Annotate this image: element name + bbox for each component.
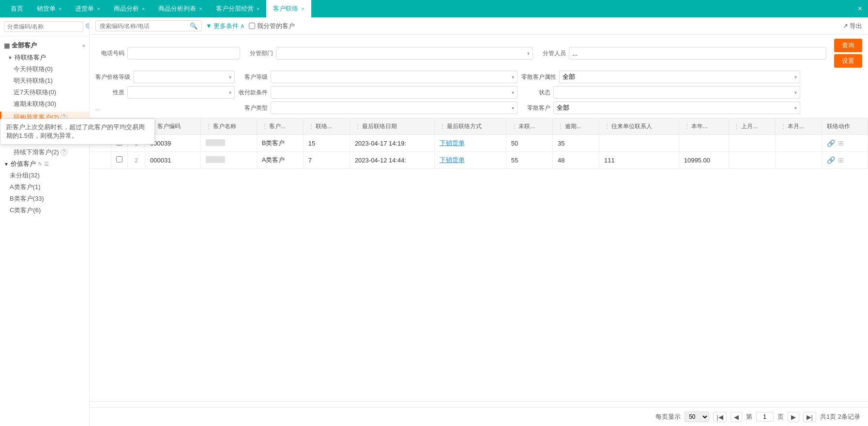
gender-select[interactable]: ▾ <box>127 86 235 99</box>
dept-select[interactable]: ▾ <box>276 47 533 59</box>
retail-attr-chevron-icon: ▾ <box>794 74 797 80</box>
content-area: 🔍 ▼ 更多条件 ∧ 我分管的客户 ↗ 导出 电话号码 <box>90 17 868 426</box>
sidebar-unclassified[interactable]: 未分组(32) <box>0 170 89 181</box>
gender-field: 性质 ▾ <box>95 86 235 99</box>
row2-num: 2 <box>128 152 145 169</box>
row2-this-year: 10995.00 <box>679 152 729 169</box>
horizontal-scrollbar[interactable] <box>90 401 868 407</box>
wait-contact-header[interactable]: ▼ 待联络客户 <box>0 52 89 63</box>
col-contact[interactable]: 联络... <box>303 118 350 135</box>
nav-sales-close[interactable]: × <box>59 6 61 12</box>
page-first-btn[interactable]: |◀ <box>713 412 726 422</box>
page-next-btn[interactable]: ▶ <box>788 412 799 422</box>
col-not-contact[interactable]: 未联... <box>506 118 552 135</box>
row1-more-icon[interactable]: ⊞ <box>838 139 844 147</box>
sidebar-tomorrow-contact[interactable]: 明天待联络(1) <box>0 75 89 87</box>
nav-analysis[interactable]: 商品分析 × <box>107 0 152 17</box>
status-select[interactable]: ▾ <box>553 86 800 99</box>
page-prev-btn[interactable]: ◀ <box>731 412 742 422</box>
row2-type: A类客户 <box>257 152 303 169</box>
page-number-input[interactable] <box>756 412 774 422</box>
sidebar-class-c[interactable]: C类客户(6) <box>0 205 89 216</box>
settings-button[interactable]: 设置 <box>834 54 862 68</box>
export-btn[interactable]: ↗ 导出 <box>843 22 862 30</box>
sidebar-declining[interactable]: 持续下滑客户(2) ? <box>0 147 89 158</box>
my-customer-checkbox[interactable] <box>249 23 255 29</box>
nav-analysis-close[interactable]: × <box>142 6 145 12</box>
col-unit-contact[interactable]: 往来单位联系人 <box>599 118 679 135</box>
more-conditions-btn[interactable]: ▼ 更多条件 ∧ <box>206 22 245 30</box>
table-row: 1 000039 B类客户 15 <box>90 135 868 152</box>
row1-link-icon[interactable]: 🔗 <box>827 139 835 147</box>
value-customer-header[interactable]: ▼ 价值客户 ✎ ☰ <box>0 158 89 170</box>
row2-settings <box>90 152 111 169</box>
nav-customer-contact[interactable]: 客户联络 × <box>266 0 311 17</box>
filter-bar: 🔍 ▼ 更多条件 ∧ 我分管的客户 ↗ 导出 <box>90 17 868 35</box>
filter-row-1: 电话号码 分管部门 ▾ 分管人员 ... 查询 设置 <box>95 39 862 68</box>
nav-customer-contact-close[interactable]: × <box>301 6 304 12</box>
nav-customer-tier[interactable]: 客户分层经营 × <box>209 0 266 17</box>
row1-last-contact-method: 下销货单 <box>434 135 506 152</box>
customer-type-select[interactable]: ▾ <box>271 102 518 114</box>
price-level-select[interactable]: ▾ <box>133 71 235 83</box>
more-dots[interactable]: ... <box>95 104 101 112</box>
pay-term-select[interactable]: ▾ <box>271 86 518 99</box>
tree-root-all-customers[interactable]: ▦ 全部客户 « <box>0 39 89 52</box>
row2-unit-contact: 111 <box>599 152 679 169</box>
col-last-month[interactable]: 上月... <box>729 118 775 135</box>
sidebar-overdue-contact[interactable]: 逾期未联络(30) <box>0 98 89 110</box>
sidebar-7days-contact[interactable]: 近7天待联络(0) <box>0 87 89 98</box>
value-customer-config-icon[interactable]: ☰ <box>44 161 49 167</box>
col-last-contact-date[interactable]: 最后联络日期 <box>350 118 434 135</box>
nav-sales[interactable]: 销货单 × <box>30 0 68 17</box>
nav-customer-tier-close[interactable]: × <box>257 6 259 12</box>
person-select[interactable]: ... <box>569 47 826 59</box>
col-type[interactable]: 客户... <box>257 118 303 135</box>
col-name[interactable]: 客户名称 <box>201 118 257 135</box>
declining-info-icon[interactable]: ? <box>61 149 67 156</box>
filter-search-icon[interactable]: 🔍 <box>190 22 198 29</box>
row2-link-icon[interactable]: 🔗 <box>827 156 835 164</box>
customer-level-select[interactable]: ▾ <box>271 71 518 83</box>
price-level-field: 客户价格等级 ▾ <box>95 71 235 83</box>
close-all-tabs[interactable]: × <box>858 4 862 13</box>
row2-contact-method-link[interactable]: 下销货单 <box>440 156 465 163</box>
person-field: 分管人员 ... <box>537 47 826 59</box>
phone-field: 电话号码 <box>95 47 240 59</box>
nav-purchase-close[interactable]: × <box>97 6 100 12</box>
col-this-year[interactable]: 本年... <box>679 118 729 135</box>
sidebar-search-input[interactable] <box>4 21 83 32</box>
row2-select-checkbox[interactable] <box>116 156 122 162</box>
query-button[interactable]: 查询 <box>834 39 862 52</box>
row2-not-contact: 55 <box>506 152 552 169</box>
nav-purchase[interactable]: 进货单 × <box>68 0 107 17</box>
export-icon: ↗ <box>843 22 848 29</box>
collapse-sidebar-btn[interactable]: « <box>82 43 85 48</box>
per-page-select[interactable]: 50 100 200 <box>685 411 709 422</box>
filter-row-3: 性质 ▾ 收付款条件 ▾ 状态 ▾ <box>95 86 862 99</box>
row1-contact-method-link[interactable]: 下销货单 <box>440 139 465 147</box>
row2-more-icon[interactable]: ⊞ <box>838 156 844 164</box>
sidebar-class-a[interactable]: A类客户(1) <box>0 181 89 193</box>
col-overdue[interactable]: 逾期... <box>552 118 599 135</box>
page-last-btn[interactable]: ▶| <box>803 412 816 422</box>
nav-home[interactable]: 首页 <box>4 0 30 17</box>
nav-analysis-list-close[interactable]: × <box>199 6 202 12</box>
sidebar-today-contact[interactable]: 今天待联络(0) <box>0 63 89 75</box>
sidebar-search-icon[interactable]: 🔍 <box>85 23 90 30</box>
phone-input[interactable] <box>127 47 240 59</box>
row1-actions: 🔗 ⊞ <box>822 135 868 152</box>
retail-attr-select[interactable]: 全部▾ <box>559 71 800 83</box>
col-this-month[interactable]: 本月... <box>776 118 822 135</box>
sidebar-class-b[interactable]: B类客户(33) <box>0 193 89 205</box>
value-customer-edit-icon[interactable]: ✎ <box>38 161 42 167</box>
row1-this-month <box>776 135 822 152</box>
nav-analysis-list[interactable]: 商品分析列表 × <box>152 0 209 17</box>
filter-search-input[interactable] <box>100 23 188 29</box>
customer-type-field: 客户类型 ▾ <box>239 102 518 114</box>
col-last-contact-method[interactable]: 最后联络方式 <box>434 118 506 135</box>
row2-overdue: 48 <box>552 152 599 169</box>
row1-name <box>201 135 257 152</box>
my-customer-filter: 我分管的客户 <box>249 22 295 30</box>
retail-customer-select[interactable]: 全部▾ <box>553 102 800 114</box>
